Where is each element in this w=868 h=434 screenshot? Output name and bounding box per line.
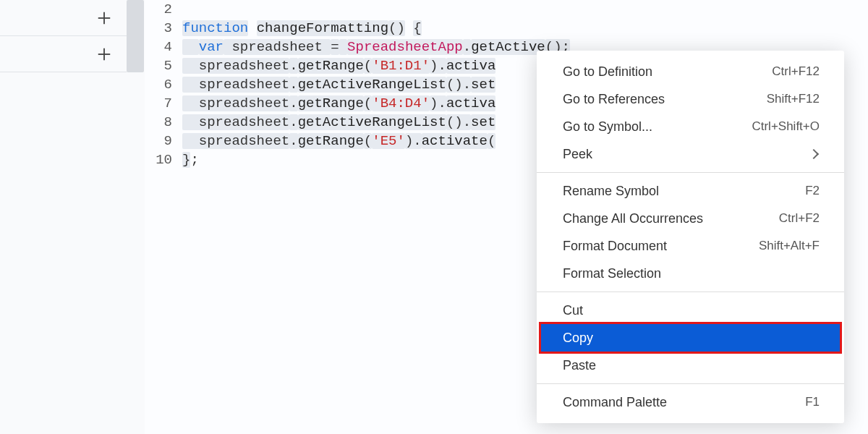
menu-item-label: Go to Definition	[563, 64, 652, 80]
menu-item-label: Peek	[563, 147, 592, 162]
menu-separator	[537, 383, 844, 384]
code-line[interactable]: 2	[145, 0, 868, 19]
menu-item-label: Go to References	[563, 92, 665, 107]
menu-item-copy[interactable]: Copy	[541, 324, 840, 352]
menu-item-shortcut: Shift+F12	[767, 92, 820, 106]
menu-item-label: Change All Occurrences	[563, 211, 703, 226]
code-content[interactable]: function changeFormatting() {	[182, 19, 868, 38]
menu-item-shortcut: Ctrl+F12	[772, 64, 820, 79]
line-number: 8	[145, 113, 182, 132]
context-menu: Go to DefinitionCtrl+F12Go to References…	[537, 51, 844, 423]
scrollbar-handle[interactable]	[127, 0, 144, 72]
line-number: 2	[145, 0, 182, 19]
sidebar-left	[0, 0, 127, 434]
menu-separator	[537, 292, 844, 292]
menu-item-label: Format Document	[563, 239, 667, 254]
menu-item-format-document[interactable]: Format DocumentShift+Alt+F	[537, 232, 844, 260]
line-number: 7	[145, 94, 182, 113]
menu-item-label: Go to Symbol...	[563, 119, 652, 135]
menu-item-shortcut: Shift+Alt+F	[759, 239, 820, 253]
line-number: 5	[145, 56, 182, 75]
menu-separator	[537, 172, 844, 173]
menu-item-rename-symbol[interactable]: Rename SymbolF2	[537, 177, 844, 205]
line-number: 10	[145, 150, 182, 169]
plus-icon	[96, 46, 112, 62]
menu-item-label: Rename Symbol	[563, 184, 659, 199]
menu-item-go-to-references[interactable]: Go to ReferencesShift+F12	[537, 85, 844, 113]
code-line[interactable]: 3function changeFormatting() {	[145, 19, 868, 38]
menu-item-shortcut: F2	[805, 184, 820, 198]
menu-item-label: Paste	[563, 358, 596, 373]
menu-item-command-palette[interactable]: Command PaletteF1	[537, 388, 844, 416]
menu-item-go-to-symbol[interactable]: Go to Symbol...Ctrl+Shift+O	[537, 113, 844, 140]
menu-item-cut[interactable]: Cut	[537, 297, 844, 324]
menu-item-label: Format Selection	[563, 266, 661, 281]
menu-item-shortcut: Ctrl+Shift+O	[752, 119, 820, 134]
menu-item-shortcut: F1	[805, 395, 820, 409]
add-button-2[interactable]	[0, 36, 127, 72]
line-number: 4	[145, 38, 182, 56]
menu-item-format-selection[interactable]: Format Selection	[537, 260, 844, 287]
line-number: 9	[145, 132, 182, 150]
menu-item-shortcut: Ctrl+F2	[779, 211, 820, 226]
line-number: 3	[145, 19, 182, 38]
plus-icon	[96, 10, 112, 26]
chevron-right-icon	[809, 149, 819, 159]
add-button-1[interactable]	[0, 0, 127, 36]
menu-item-paste[interactable]: Paste	[537, 352, 844, 379]
menu-item-label: Copy	[563, 331, 593, 346]
menu-item-label: Cut	[563, 303, 583, 318]
code-content[interactable]	[182, 0, 868, 19]
menu-item-go-to-definition[interactable]: Go to DefinitionCtrl+F12	[537, 58, 844, 85]
menu-item-label: Command Palette	[563, 395, 667, 410]
line-number: 6	[145, 75, 182, 94]
menu-item-peek[interactable]: Peek	[537, 140, 844, 168]
menu-item-change-all-occurrences[interactable]: Change All OccurrencesCtrl+F2	[537, 205, 844, 232]
